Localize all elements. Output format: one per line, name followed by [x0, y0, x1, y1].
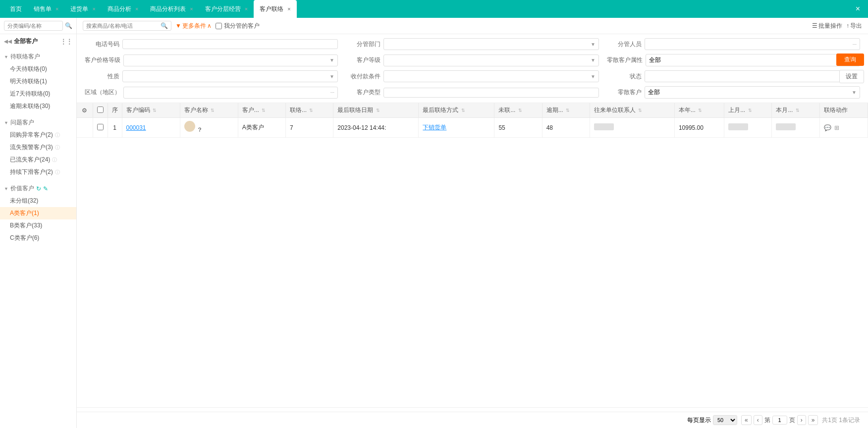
top-nav: 首页 销售单 × 进货单 × 商品分析 × 商品分析列表 × 客户分层经营 × …	[0, 0, 868, 18]
table-type-column[interactable]: 客户... ⇅	[238, 103, 285, 118]
price-level-select[interactable]: ▼	[123, 54, 338, 66]
query-button[interactable]: 查询	[836, 54, 864, 66]
phone-input[interactable]	[122, 39, 338, 49]
sidebar-all-customers[interactable]: ◀◀ 全部客户 ⋮⋮	[0, 34, 76, 49]
sidebar-item-churned[interactable]: 已流失客户(24) ⓘ	[0, 154, 76, 166]
sidebar-item-abnormal-repurchase[interactable]: 回购异常客户(2) ⓘ	[0, 129, 76, 141]
action-link-icon[interactable]: ⊞	[834, 124, 839, 131]
row-last-method-link[interactable]: 下销货单	[423, 124, 446, 131]
info-icon-4: ⓘ	[55, 169, 60, 176]
overdue-sort-icon: ⇅	[566, 108, 570, 113]
my-customers-label: 我分管的客户	[224, 22, 260, 30]
nature-select[interactable]: ▼	[122, 70, 338, 82]
table-last-month-column[interactable]: 上月... ⇅	[724, 103, 772, 118]
nav-purchase[interactable]: 进货单 ×	[64, 0, 101, 18]
sidebar-section-problem-title[interactable]: ▼ 问题客户	[0, 116, 76, 129]
table-settings-column[interactable]: ⚙	[77, 103, 93, 118]
value-refresh-icon[interactable]: ↻	[36, 185, 41, 192]
close-product-analysis-tab[interactable]: ×	[135, 0, 138, 18]
close-purchase-tab[interactable]: ×	[92, 0, 95, 18]
sidebar-collapse-icon: ◀◀	[4, 39, 12, 44]
this-month-placeholder	[776, 123, 796, 130]
customer-level-arrow-icon: ▼	[591, 57, 596, 63]
scattered-attr-select[interactable]: 全部 ▼	[646, 54, 860, 66]
table-name-column[interactable]: 客户名称 ⇅	[180, 103, 238, 118]
sidebar-item-a-class[interactable]: A类客户(1)	[0, 207, 76, 219]
nav-home[interactable]: 首页	[4, 0, 28, 18]
filter-search-icon[interactable]: 🔍	[161, 22, 168, 29]
payment-select[interactable]: ▼	[383, 70, 599, 82]
export-button[interactable]: ↑ 导出	[846, 22, 862, 30]
nav-product-analysis-list[interactable]: 商品分析列表 ×	[144, 0, 199, 18]
region-select[interactable]: ···	[123, 87, 338, 99]
sidebar-dots-icon[interactable]: ⋮⋮	[60, 38, 72, 45]
prev-page-button[interactable]: ‹	[754, 415, 762, 425]
sidebar-search-input[interactable]	[4, 21, 63, 31]
batch-operations-button[interactable]: ☰ 批量操作	[812, 22, 842, 30]
settings-button[interactable]: 设置	[839, 70, 864, 83]
page-size-select[interactable]: 50 100	[713, 415, 737, 425]
filter-row-phone: 电话号码	[85, 38, 338, 50]
close-customer-contact-tab[interactable]: ×	[287, 0, 290, 18]
filter-more-conditions[interactable]: ▼ 更多条件 ∧	[175, 22, 212, 30]
info-icon-3: ⓘ	[52, 157, 57, 163]
sidebar-item-c-class[interactable]: C类客户(6)	[0, 232, 76, 244]
table-contact-count-column[interactable]: 联络... ⇅	[286, 103, 333, 118]
row-checkbox[interactable]	[97, 124, 104, 130]
table-not-contacted-column[interactable]: 未联... ⇅	[494, 103, 542, 118]
table-this-year-column[interactable]: 本年... ⇅	[674, 103, 724, 118]
table-code-column[interactable]: 客户编码 ⇅	[122, 103, 180, 118]
nav-customer-contact[interactable]: 客户联络 ×	[254, 0, 296, 18]
my-customers-checkbox[interactable]	[216, 23, 222, 29]
page-number-input[interactable]	[772, 416, 787, 425]
filter-search-input[interactable]	[86, 23, 161, 29]
sidebar-item-churn-warning[interactable]: 流失预警客户(3) ⓘ	[0, 141, 76, 154]
contact-person-placeholder	[594, 123, 614, 130]
status-select[interactable]: ▼	[645, 70, 860, 82]
scattered-select[interactable]: 全部 ▼	[645, 86, 860, 99]
table-overdue-column[interactable]: 逾期... ⇅	[542, 103, 590, 118]
nav-sales[interactable]: 销售单 ×	[28, 0, 64, 18]
nav-product-analysis[interactable]: 商品分析 ×	[102, 0, 144, 18]
last-date-sort-icon: ⇅	[376, 108, 380, 113]
close-product-analysis-list-tab[interactable]: ×	[190, 0, 193, 18]
row-code-cell[interactable]: 000031	[122, 118, 180, 138]
select-all-checkbox[interactable]	[97, 107, 104, 113]
horizontal-scroll[interactable]	[77, 407, 868, 412]
table-last-contact-method-column[interactable]: 最后联络方式 ⇅	[419, 103, 494, 118]
manager-select[interactable]: ···	[645, 38, 860, 50]
table-select-all-column	[93, 103, 108, 118]
sidebar-section-value-title[interactable]: ▼ 价值客户 ↻ ✎	[0, 182, 76, 195]
sidebar-item-overdue[interactable]: 逾期未联络(30)	[0, 100, 76, 112]
value-edit-icon[interactable]: ✎	[43, 185, 48, 192]
content-area: 🔍 ▼ 更多条件 ∧ 我分管的客户 ☰ 批量操作	[77, 18, 868, 428]
first-page-button[interactable]: «	[741, 415, 752, 425]
sidebar-item-b-class[interactable]: B类客户(33)	[0, 219, 76, 232]
sidebar-search-icon[interactable]: 🔍	[65, 22, 72, 29]
sidebar-item-tomorrow[interactable]: 明天待联络(1)	[0, 75, 76, 88]
sidebar-section-pending-title[interactable]: ▼ 待联络客户	[0, 51, 76, 63]
close-sales-tab[interactable]: ×	[55, 0, 58, 18]
sidebar-item-unclassified[interactable]: 未分组(32)	[0, 195, 76, 207]
next-page-button[interactable]: ›	[797, 415, 806, 425]
sidebar-item-declining[interactable]: 持续下滑客户(2) ⓘ	[0, 166, 76, 178]
dept-select[interactable]: ▼	[383, 38, 599, 50]
customer-type-input[interactable]	[383, 88, 599, 98]
main-layout: 🔍 ◀◀ 全部客户 ⋮⋮ ▼ 待联络客户 今天待联络(0) 明天待联络(1)	[0, 18, 868, 428]
filter-row-customer-type: 客户类型	[346, 86, 599, 99]
sidebar-item-7days[interactable]: 近7天待联络(0)	[0, 88, 76, 100]
sidebar-search-area: 🔍	[0, 18, 76, 34]
row-contact-person-cell	[590, 118, 674, 138]
filter-search-area: 🔍	[83, 21, 171, 31]
customer-level-select[interactable]: ▼	[383, 54, 599, 66]
table-contact-person-column[interactable]: 往来单位联系人 ⇅	[590, 103, 674, 118]
table-this-month-column[interactable]: 本月... ⇅	[772, 103, 819, 118]
table-last-contact-date-column[interactable]: 最后联络日期 ⇅	[333, 103, 419, 118]
nav-customer-layering[interactable]: 客户分层经营 ×	[199, 0, 254, 18]
row-not-contacted-cell: 55	[494, 118, 542, 138]
window-close-button[interactable]: ×	[852, 4, 864, 13]
close-customer-layering-tab[interactable]: ×	[245, 0, 248, 18]
last-page-button[interactable]: »	[808, 415, 818, 425]
sidebar-item-today[interactable]: 今天待联络(0)	[0, 63, 76, 75]
action-chat-icon[interactable]: 💬	[824, 124, 831, 131]
